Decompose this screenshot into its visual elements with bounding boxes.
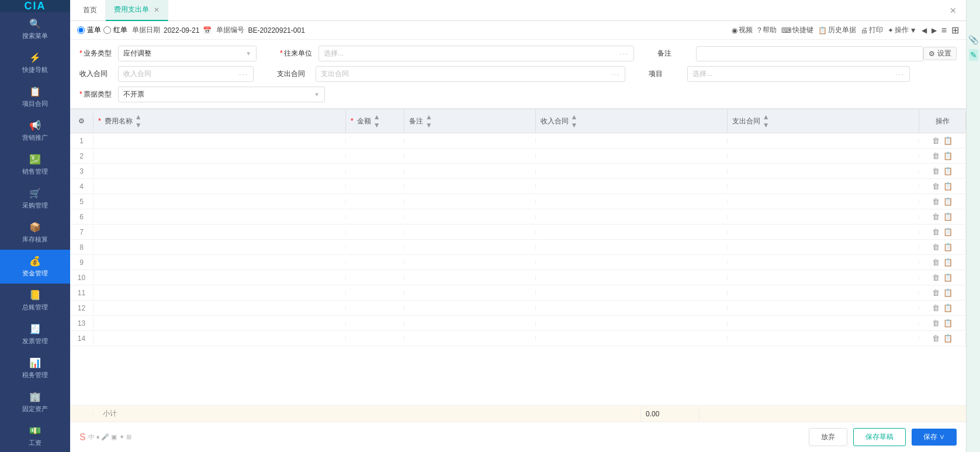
row-amount-4[interactable]: [346, 184, 404, 189]
row-name-1[interactable]: [94, 139, 346, 143]
row-name-3[interactable]: [94, 169, 346, 174]
row-name-14[interactable]: [94, 336, 346, 341]
row-amount-9[interactable]: [346, 260, 404, 265]
row-name-9[interactable]: [94, 260, 346, 265]
right-panel-icon-2[interactable]: ✎: [969, 49, 978, 61]
row-name-8[interactable]: [94, 245, 346, 250]
row-amount-2[interactable]: [346, 154, 404, 158]
row-name-13[interactable]: [94, 321, 346, 326]
amount-sort-arrows[interactable]: ▲▼: [373, 113, 380, 129]
income-sort-arrows[interactable]: ▲▼: [571, 113, 578, 129]
row-note-13[interactable]: [404, 321, 536, 326]
row-copy-btn-5[interactable]: 📋: [943, 197, 953, 206]
row-note-4[interactable]: [404, 184, 536, 189]
row-copy-btn-4[interactable]: 📋: [943, 182, 953, 191]
income-contract-dots[interactable]: ···: [239, 70, 248, 78]
row-income-7[interactable]: [536, 230, 728, 234]
row-income-6[interactable]: [536, 215, 728, 219]
row-delete-btn-3[interactable]: 🗑: [932, 167, 940, 175]
row-amount-1[interactable]: [346, 139, 404, 143]
sidebar-item-tax[interactable]: 📊 税务管理: [0, 351, 70, 385]
row-amount-3[interactable]: [346, 169, 404, 174]
row-delete-btn-7[interactable]: 🗑: [932, 227, 940, 236]
row-expense-6[interactable]: [728, 215, 919, 219]
row-income-12[interactable]: [536, 306, 728, 310]
expense-contract-dots[interactable]: ···: [611, 70, 620, 78]
settings-button[interactable]: ⚙ 设置: [923, 47, 957, 60]
row-delete-btn-14[interactable]: 🗑: [932, 334, 940, 343]
row-expense-13[interactable]: [728, 321, 919, 326]
row-name-12[interactable]: [94, 306, 346, 310]
row-income-4[interactable]: [536, 184, 728, 189]
tab-expense[interactable]: 费用支出单 ✕: [106, 0, 168, 21]
row-expense-3[interactable]: [728, 169, 919, 174]
row-delete-btn-8[interactable]: 🗑: [932, 243, 940, 251]
row-expense-7[interactable]: [728, 230, 919, 234]
sidebar-item-project-contract[interactable]: 📋 项目合同: [0, 80, 70, 114]
bill-type-input[interactable]: 不开票 ▼: [118, 87, 325, 102]
tab-expense-close[interactable]: ✕: [154, 6, 160, 14]
row-expense-4[interactable]: [728, 184, 919, 189]
business-type-input[interactable]: 应付调整 ▼: [118, 46, 257, 61]
row-copy-btn-14[interactable]: 📋: [943, 334, 953, 343]
project-input[interactable]: 选择... ···: [687, 66, 910, 82]
row-copy-btn-2[interactable]: 📋: [943, 151, 953, 160]
row-note-1[interactable]: [404, 139, 536, 143]
row-income-1[interactable]: [536, 139, 728, 143]
sidebar-item-purchase[interactable]: 🛒 采购管理: [0, 182, 70, 216]
calendar-icon[interactable]: 📅: [203, 26, 212, 34]
view-grid-button[interactable]: ⊞: [951, 25, 959, 36]
sidebar-item-inventory[interactable]: 📦 库存核算: [0, 216, 70, 250]
row-copy-btn-9[interactable]: 📋: [943, 258, 953, 267]
row-delete-btn-12[interactable]: 🗑: [932, 303, 940, 312]
shortcut-action[interactable]: ⌨ 快捷键: [781, 25, 813, 35]
note-input[interactable]: [696, 46, 923, 61]
row-expense-2[interactable]: [728, 154, 919, 158]
income-contract-input[interactable]: 收入合同 ···: [118, 66, 254, 82]
row-expense-12[interactable]: [728, 306, 919, 310]
row-delete-btn-5[interactable]: 🗑: [932, 197, 940, 206]
row-delete-btn-13[interactable]: 🗑: [932, 319, 940, 327]
row-note-3[interactable]: [404, 169, 536, 174]
window-close-button[interactable]: ✕: [950, 6, 957, 15]
sidebar-item-search[interactable]: 🔍 搜索菜单: [0, 12, 70, 46]
row-name-4[interactable]: [94, 184, 346, 189]
row-income-10[interactable]: [536, 275, 728, 280]
sidebar-item-sales[interactable]: 💹 销售管理: [0, 148, 70, 182]
row-delete-btn-11[interactable]: 🗑: [932, 288, 940, 297]
help-action[interactable]: ? 帮助: [757, 25, 777, 35]
row-amount-11[interactable]: [346, 291, 404, 295]
row-expense-11[interactable]: [728, 291, 919, 295]
save-button[interactable]: 保存 ∨: [912, 429, 957, 446]
sidebar-item-marketing[interactable]: 📢 营销推广: [0, 114, 70, 148]
blue-radio-label[interactable]: 蓝单: [77, 25, 101, 35]
row-copy-btn-1[interactable]: 📋: [943, 136, 953, 145]
row-amount-6[interactable]: [346, 215, 404, 219]
nav-left-button[interactable]: ◀: [922, 26, 927, 34]
right-panel-icon-1[interactable]: 📎: [968, 35, 978, 44]
video-action[interactable]: ◉ 视频: [732, 25, 753, 35]
row-note-7[interactable]: [404, 230, 536, 234]
row-delete-btn-2[interactable]: 🗑: [932, 151, 940, 160]
row-copy-btn-6[interactable]: 📋: [943, 212, 953, 221]
row-note-10[interactable]: [404, 275, 536, 280]
row-name-11[interactable]: [94, 291, 346, 295]
tab-home[interactable]: 首页: [75, 0, 106, 21]
view-list-button[interactable]: ≡: [941, 25, 947, 36]
history-action[interactable]: 📋 历史单据: [818, 25, 856, 35]
row-income-9[interactable]: [536, 260, 728, 265]
name-sort-arrows[interactable]: ▲▼: [135, 113, 142, 129]
row-name-7[interactable]: [94, 230, 346, 234]
note-sort-arrows[interactable]: ▲▼: [425, 113, 432, 129]
expense-sort-arrows[interactable]: ▲▼: [763, 113, 770, 129]
discard-button[interactable]: 放弃: [809, 428, 847, 446]
row-copy-btn-10[interactable]: 📋: [943, 273, 953, 282]
sidebar-item-assets[interactable]: 🏢 固定资产: [0, 385, 70, 419]
nav-right-button[interactable]: ▶: [931, 26, 937, 34]
row-copy-btn-7[interactable]: 📋: [943, 227, 953, 236]
row-name-5[interactable]: [94, 199, 346, 204]
row-amount-5[interactable]: [346, 199, 404, 204]
sidebar-item-capital[interactable]: 💰 资金管理: [0, 250, 70, 284]
sidebar-item-quick-nav[interactable]: ⚡ 快捷导航: [0, 46, 70, 80]
row-amount-12[interactable]: [346, 306, 404, 310]
